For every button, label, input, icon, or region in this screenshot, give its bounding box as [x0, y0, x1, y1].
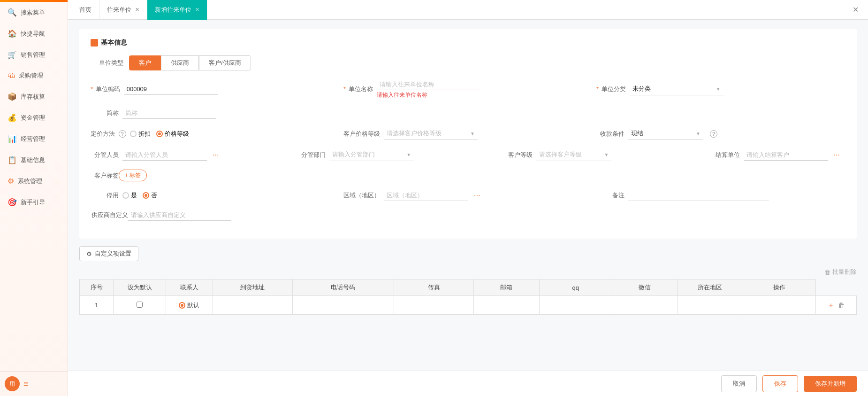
tab-partners-close[interactable]: ✕ — [135, 7, 139, 13]
radio-no-dot — [143, 192, 149, 199]
settlement-unit-more-button[interactable]: ··· — [832, 151, 842, 159]
disabled-label: 停用 — [91, 191, 119, 200]
custom-settings-button[interactable]: ⚙ 自定义项设置 — [79, 246, 138, 261]
sidebar-item-sales[interactable]: 🛒 销售管理 — [0, 44, 68, 65]
remark-input[interactable] — [628, 190, 769, 201]
sidebar-item-search[interactable]: 🔍 搜索菜单 — [0, 2, 68, 23]
phone-input[interactable] — [413, 300, 455, 311]
row-checkbox[interactable] — [137, 302, 143, 308]
sidebar-item-purchase[interactable]: 🛍 采购管理 — [0, 65, 68, 86]
customer-level-select[interactable]: 请选择客户等级 ▼ — [536, 148, 611, 161]
location-input[interactable] — [761, 300, 798, 311]
cell-wechat — [678, 296, 743, 315]
add-tag-button[interactable]: + 标签 — [119, 170, 147, 181]
btn-both[interactable]: 客户/供应商 — [199, 55, 251, 70]
main-content: 首页 往来单位 ✕ 新增往来单位 ✕ ✕ 基本信息 单位类型 客户 供应商 客户… — [68, 0, 868, 396]
radio-discount[interactable]: 折扣 — [130, 130, 151, 138]
email-input[interactable] — [557, 300, 594, 311]
manager-more-button[interactable]: ··· — [211, 151, 221, 159]
row-manager: 分管人员 ··· 分管部门 请输入分管部门 ▼ 客户等级 请选择客户等级 ▼ — [91, 148, 845, 161]
contact-input[interactable] — [231, 300, 274, 311]
unit-category-select[interactable]: 未分类 ▼ — [630, 83, 723, 95]
unit-category-label: * 单位分类 — [596, 85, 626, 93]
chevron-down-icon: ▼ — [604, 152, 609, 157]
sidebar-item-quick-nav[interactable]: 🏠 快捷导航 — [0, 23, 68, 44]
batch-delete-button[interactable]: 🗑 批量删除 — [79, 268, 857, 276]
col-unit-code: * 单位编码 — [91, 84, 340, 95]
cancel-button[interactable]: 取消 — [721, 375, 757, 392]
tab-new-partner[interactable]: 新增往来单位 ✕ — [147, 0, 207, 20]
col-header-phone: 电话号码 — [292, 280, 394, 296]
short-name-input[interactable] — [122, 108, 216, 119]
basic-info-card: 基本信息 单位类型 客户 供应商 客户/供应商 * 单位编码 — [79, 29, 857, 239]
radio-price-level-dot — [156, 131, 163, 137]
wechat-input[interactable] — [693, 300, 726, 311]
qq-input[interactable] — [628, 300, 661, 311]
avatar: 用 — [5, 376, 20, 391]
col-short-name: 简称 — [91, 108, 845, 119]
department-select[interactable]: 请输入分管部门 ▼ — [329, 148, 414, 161]
tab-new-partner-close[interactable]: ✕ — [195, 7, 199, 13]
pricing-help-icon[interactable]: ? — [119, 130, 126, 138]
manager-label: 分管人员 — [91, 151, 119, 159]
region-more-button[interactable]: ··· — [472, 191, 482, 200]
col-department: 分管部门 请输入分管部门 ▼ — [294, 148, 501, 161]
customer-price-level-select[interactable]: 请选择客户价格等级 ▼ — [384, 127, 478, 140]
sidebar-item-label: 新手引导 — [21, 198, 45, 207]
disabled-radio-group: 是 否 — [122, 191, 157, 200]
gear-icon: ⚙ — [8, 177, 14, 186]
region-input[interactable] — [384, 190, 468, 201]
unit-type-row: 单位类型 客户 供应商 客户/供应商 — [91, 55, 845, 70]
sidebar-item-finance[interactable]: 💰 资金管理 — [0, 107, 68, 128]
row-pricing: 定价方法 ? 折扣 价格等级 客户 — [91, 127, 845, 140]
sidebar-item-label: 销售管理 — [21, 51, 45, 59]
clipboard-icon: 📋 — [8, 155, 17, 164]
save-button[interactable]: 保存 — [762, 375, 798, 392]
col-remark: 备注 — [593, 190, 845, 201]
radio-discount-dot — [130, 131, 137, 137]
custom-settings-section: ⚙ 自定义项设置 🗑 批量删除 序号 设为默认 联系人 到货地址 — [79, 246, 857, 315]
supplier-custom-input[interactable] — [128, 210, 231, 221]
payment-terms-select[interactable]: 现结 ▼ — [628, 127, 703, 140]
payment-terms-help-icon[interactable]: ? — [710, 130, 717, 138]
row-add-button[interactable]: ＋ — [828, 301, 834, 310]
batch-delete-icon: 🗑 — [824, 269, 830, 276]
unit-type-label: 单位类型 — [91, 59, 123, 67]
row-supplier-custom: 供应商自定义 — [91, 210, 845, 221]
tabs-bar: 首页 往来单位 ✕ 新增往来单位 ✕ ✕ — [68, 0, 868, 20]
sidebar-expand-icon[interactable]: ≡ — [23, 379, 29, 389]
col-manager: 分管人员 ··· — [91, 149, 294, 161]
row-default-radio[interactable]: 默认 — [171, 301, 208, 310]
sidebar-item-inventory[interactable]: 📦 库存核算 — [0, 86, 68, 107]
manager-input[interactable] — [122, 149, 207, 161]
box-icon: 📦 — [8, 92, 17, 101]
sidebar-item-label: 经营管理 — [21, 135, 45, 143]
radio-yes[interactable]: 是 — [122, 191, 137, 200]
pricing-method-radio-group: 折扣 价格等级 — [130, 130, 189, 138]
cell-email — [539, 296, 612, 315]
settlement-unit-input[interactable] — [744, 149, 828, 161]
tab-home[interactable]: 首页 — [72, 0, 99, 20]
sidebar-item-system[interactable]: ⚙ 系统管理 — [0, 171, 68, 192]
fax-input[interactable] — [490, 300, 523, 311]
money-icon: 💰 — [8, 113, 17, 122]
unit-code-input[interactable] — [124, 84, 218, 95]
tab-partners[interactable]: 往来单位 ✕ — [99, 0, 147, 20]
radio-no[interactable]: 否 — [143, 191, 157, 200]
col-header-qq: qq — [539, 280, 612, 296]
radio-price-level[interactable]: 价格等级 — [156, 130, 189, 138]
sidebar-item-operations[interactable]: 📊 经营管理 — [0, 128, 68, 149]
window-close-button[interactable]: ✕ — [847, 5, 864, 14]
save-and-new-button[interactable]: 保存并新增 — [804, 376, 857, 392]
sidebar-item-guide[interactable]: 🎯 新手引导 — [0, 192, 68, 213]
btn-customer[interactable]: 客户 — [129, 55, 161, 70]
unit-name-input[interactable] — [377, 79, 480, 90]
col-disabled: 停用 是 否 — [91, 191, 340, 200]
col-settlement-unit: 结算单位 ··· — [708, 149, 845, 161]
address-input[interactable] — [315, 300, 371, 311]
home-icon: 🏠 — [8, 29, 17, 38]
sidebar-item-label: 搜索菜单 — [21, 8, 45, 17]
btn-supplier[interactable]: 供应商 — [161, 55, 199, 70]
sidebar-item-basic[interactable]: 📋 基础信息 — [0, 149, 68, 171]
row-delete-button[interactable]: 🗑 — [838, 302, 845, 309]
